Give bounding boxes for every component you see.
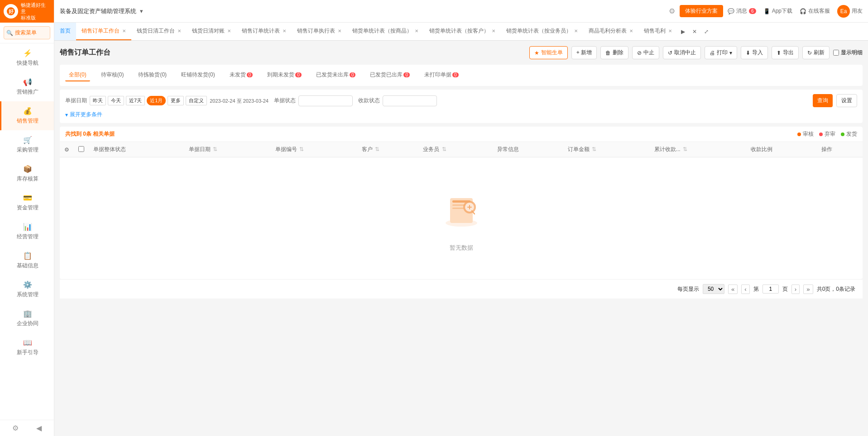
print-btn[interactable]: 🖨 打印 ▾ <box>705 46 737 59</box>
sidebar-collapse-button[interactable]: ◀ <box>36 424 42 432</box>
tabs-more-button[interactable]: ▶ <box>677 25 689 38</box>
filter-date-custom[interactable]: 自定义 <box>186 96 207 105</box>
col-setting-header[interactable]: ⚙ <box>60 142 74 157</box>
tab-close-product-margin[interactable]: ✕ <box>629 28 633 33</box>
col-collected-header[interactable]: 累计收款... ⇅ <box>650 142 747 157</box>
col-amount-header[interactable]: 订单金额 ⇅ <box>563 142 650 157</box>
filter-tab-not-printed[interactable]: 未打印单据0 <box>421 69 462 81</box>
sidebar-item-sales[interactable]: 💰 销售管理 <box>0 101 54 130</box>
filter-date-yesterday[interactable]: 昨天 <box>90 96 106 105</box>
tab-close-sales-by-staff[interactable]: ✕ <box>574 28 578 33</box>
settings-icon[interactable]: ⚙ <box>669 7 675 15</box>
tab-close-sales-more[interactable]: ✕ <box>668 28 672 33</box>
tab-close-cash-reconcile[interactable]: ✕ <box>227 28 231 33</box>
tab-close-sales-stats[interactable]: ✕ <box>283 28 286 33</box>
show-detail-checkbox[interactable] <box>833 50 839 56</box>
sidebar-item-guide[interactable]: 📖 新手引导 <box>0 333 54 362</box>
sidebar-item-enterprise[interactable]: 🏢 企业协同 <box>0 304 54 333</box>
search-menu-button[interactable]: 🔍 搜索菜单 <box>4 26 50 39</box>
tab-sales-by-product[interactable]: 销货单统计表（按商品） ✕ <box>347 23 424 40</box>
page-input[interactable] <box>762 284 779 294</box>
tab-cash-daily[interactable]: 钱货日清工作台 ✕ <box>131 23 187 40</box>
select-all-checkbox[interactable] <box>78 146 84 152</box>
col-status-header[interactable]: 单据整体状态 <box>89 142 184 157</box>
filter-tab-pending-check[interactable]: 待拣验货(0) <box>134 69 170 81</box>
tabs-close-all-button[interactable]: ✕ <box>689 25 700 38</box>
app-download-action[interactable]: 📱 App下载 <box>763 7 792 15</box>
smart-btn[interactable]: ★ 智能生单 <box>529 46 568 59</box>
ship-action-btn[interactable]: 发货 <box>841 130 857 138</box>
next-page-btn[interactable]: › <box>791 284 800 294</box>
col-staff-header[interactable]: 业务员 ⇅ <box>418 142 492 157</box>
tab-product-margin[interactable]: 商品毛利分析表 ✕ <box>583 23 638 40</box>
user-action[interactable]: Ea 用友 <box>837 5 863 18</box>
print-dropdown-icon[interactable]: ▾ <box>729 50 732 56</box>
tab-close-sales-by-product[interactable]: ✕ <box>415 28 418 33</box>
first-page-btn[interactable]: « <box>728 284 738 294</box>
filter-payment-select[interactable] <box>383 95 437 106</box>
filter-tab-overdue-not-shipped[interactable]: 到期未发货0 <box>264 69 305 81</box>
filter-tab-shipped-out[interactable]: 已发货已出库0 <box>366 69 413 81</box>
per-page-select[interactable]: 50 <box>703 284 724 294</box>
tab-sales-by-staff[interactable]: 销货单统计表（按业务员） ✕ <box>501 23 583 40</box>
import-btn[interactable]: ⬇ 导入 <box>741 46 768 59</box>
settings-filter-btn[interactable]: 设置 <box>836 94 857 107</box>
tab-sales-by-customer[interactable]: 销货单统计表（按客户） ✕ <box>424 23 501 40</box>
last-page-btn[interactable]: » <box>803 284 813 294</box>
filter-date-more[interactable]: 更多 <box>168 96 184 105</box>
add-btn[interactable]: + 新增 <box>571 46 597 59</box>
sidebar-item-quick-nav[interactable]: ⚡ 快捷导航 <box>0 43 54 72</box>
filter-tab-shipped-not-out[interactable]: 已发货未出库0 <box>312 69 360 81</box>
tabs-maximize-button[interactable]: ⤢ <box>700 25 712 38</box>
col-checkbox-header[interactable] <box>74 142 89 157</box>
sidebar-item-purchase[interactable]: 🛒 采购管理 <box>0 130 54 159</box>
tab-sales-more[interactable]: 销售毛利 ✕ <box>638 23 677 40</box>
filter-tab-not-shipped[interactable]: 未发货0 <box>226 69 257 81</box>
delete-btn[interactable]: 🗑 删除 <box>600 46 628 59</box>
query-btn[interactable]: 查询 <box>813 94 833 107</box>
filter-tab-all[interactable]: 全部(0) <box>65 69 90 81</box>
tab-home[interactable]: 首页 <box>54 23 76 40</box>
sidebar-item-system[interactable]: ⚙️ 系统管理 <box>0 275 54 304</box>
delete-icon: 🗑 <box>605 50 611 56</box>
tab-sales-workbench[interactable]: 销售订单工作台 ✕ <box>76 23 131 40</box>
prev-page-btn[interactable]: ‹ <box>741 284 749 294</box>
review-action-btn[interactable]: 审核 <box>797 130 814 138</box>
system-dropdown-icon[interactable]: ▾ <box>140 8 143 14</box>
tab-cash-reconcile[interactable]: 钱货日清对账 ✕ <box>187 23 236 40</box>
tab-close-cash-daily[interactable]: ✕ <box>177 28 181 33</box>
col-date-header[interactable]: 单据日期 ⇅ <box>184 142 271 157</box>
filter-tab-pending-review[interactable]: 待审核(0) <box>97 69 128 81</box>
message-action[interactable]: 💬 消息 6 <box>728 7 756 15</box>
col-no-header[interactable]: 单据编号 ⇅ <box>271 142 357 157</box>
tab-sales-stats[interactable]: 销售订单统计表 ✕ <box>236 23 292 40</box>
table-scroll-container[interactable]: ⚙ 单据整体状态 单据日期 ⇅ <box>60 142 863 157</box>
filter-date-7days[interactable]: 近7天 <box>126 96 145 105</box>
sidebar-item-operation[interactable]: 📊 经营管理 <box>0 217 54 246</box>
sidebar-item-finance[interactable]: 💳 资金管理 <box>0 188 54 217</box>
col-customer-header[interactable]: 客户 ⇅ <box>357 142 419 157</box>
filter-tab-wangpu-pending[interactable]: 旺铺待发货(0) <box>177 69 219 81</box>
sidebar-item-marketing[interactable]: 📢 营销推广 <box>0 72 54 101</box>
collected-sort-icon: ⇅ <box>683 146 687 152</box>
filter-date-1month[interactable]: 近1月 <box>147 96 166 105</box>
unreviewed-action-btn[interactable]: 弃审 <box>819 130 835 138</box>
tab-close-sales-exec[interactable]: ✕ <box>338 28 341 33</box>
refresh-btn[interactable]: ↻ 刷新 <box>802 46 830 59</box>
col-exception-header[interactable]: 异常信息 <box>493 142 563 157</box>
online-service-action[interactable]: 🎧 在线客服 <box>800 7 830 15</box>
filter-status-select[interactable] <box>298 95 353 106</box>
tab-sales-exec[interactable]: 销售订单执行表 ✕ <box>292 23 347 40</box>
stop-btn[interactable]: ⊘ 中止 <box>632 46 659 59</box>
industry-btn[interactable]: 体验行业方案 <box>680 5 723 17</box>
tab-close-sales-workbench[interactable]: ✕ <box>122 28 126 33</box>
tab-close-sales-by-customer[interactable]: ✕ <box>492 28 495 33</box>
sidebar-item-basic[interactable]: 📋 基础信息 <box>0 246 54 275</box>
show-detail-checkbox-label[interactable]: 显示明细 <box>833 49 863 57</box>
cancel-stop-btn[interactable]: ↺ 取消中止 <box>663 46 701 59</box>
sidebar-settings-button[interactable]: ⚙ <box>12 424 19 432</box>
export-btn[interactable]: ⬆ 导出 <box>772 46 799 59</box>
expand-filter-btn[interactable]: ▾ 展开更多条件 <box>65 111 857 118</box>
sidebar-item-inventory[interactable]: 📦 库存核算 <box>0 159 54 188</box>
filter-date-today[interactable]: 今天 <box>108 96 124 105</box>
